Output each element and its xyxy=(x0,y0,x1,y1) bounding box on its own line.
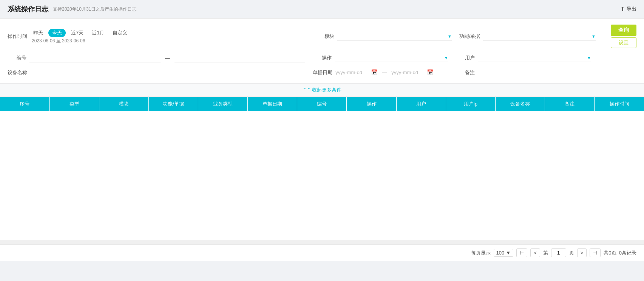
table-col-用户: 用户 xyxy=(396,97,446,111)
query-button[interactable]: 查询 xyxy=(611,25,636,36)
table-head: 序号类型模块功能/单据业务类型单据日期编号操作用户用户ip设备名称备注操作时间 xyxy=(0,97,644,111)
remark-filter: 备注 xyxy=(456,68,591,77)
scrollbar-area[interactable] xyxy=(0,240,644,244)
table-header-row: 序号类型模块功能/单据业务类型单据日期编号操作用户用户ip设备名称备注操作时间 xyxy=(0,97,644,111)
time-btn-today[interactable]: 今天 xyxy=(48,29,66,37)
table-col-功能/单据: 功能/单据 xyxy=(148,97,198,111)
time-filter: 操作时间 昨天 今天 近7天 近1月 自定义 2023-06-06 至 2023… xyxy=(8,29,308,44)
date-from-wrapper: 📅 xyxy=(335,68,377,77)
user-label: 用户 xyxy=(456,54,475,61)
time-options-wrap: 昨天 今天 近7天 近1月 自定义 2023-06-06 至 2023-06-0… xyxy=(30,29,130,44)
date-to-input[interactable] xyxy=(391,70,425,75)
total-label: 共0页, 0条记录 xyxy=(604,250,636,256)
operation-label: 操作 xyxy=(313,54,332,61)
module-select[interactable]: ▼ xyxy=(337,33,452,40)
serial-input-end[interactable] xyxy=(175,53,306,62)
remark-input[interactable] xyxy=(478,68,591,77)
calendar-icon-1[interactable]: 📅 xyxy=(371,69,377,75)
device-input[interactable] xyxy=(30,68,162,77)
table-col-操作时间: 操作时间 xyxy=(595,97,644,111)
prev-page-btn[interactable]: < xyxy=(530,248,540,257)
device-filter: 设备名称 xyxy=(8,68,305,77)
user-filter: 用户 ▼ xyxy=(456,54,591,62)
date-from-input[interactable] xyxy=(335,70,369,75)
table-col-编号: 编号 xyxy=(297,97,347,111)
chevron-down-icon-2: ▼ xyxy=(591,34,596,39)
date-dash: — xyxy=(380,70,388,75)
serial-input-start[interactable] xyxy=(29,53,161,62)
module-label: 模块 xyxy=(315,33,334,40)
time-range: 2023-06-06 至 2023-06-06 xyxy=(32,38,130,44)
time-btn-1month[interactable]: 近1月 xyxy=(89,29,107,37)
action-buttons: 查询 设置 xyxy=(611,25,636,48)
table-col-序号: 序号 xyxy=(0,97,49,111)
time-label: 操作时间 xyxy=(8,33,27,40)
filter-row-1: 操作时间 昨天 今天 近7天 近1月 自定义 2023-06-06 至 2023… xyxy=(8,25,636,48)
per-page-value: 100 xyxy=(496,250,505,256)
calendar-icon-2[interactable]: 📅 xyxy=(427,69,433,75)
collapse-bar[interactable]: ⌃⌃ 收起更多条件 xyxy=(0,84,644,97)
time-btn-yesterday[interactable]: 昨天 xyxy=(30,29,46,37)
chevron-down-icon: ▼ xyxy=(448,34,452,39)
time-options: 昨天 今天 近7天 近1月 自定义 xyxy=(30,29,130,37)
data-table: 序号类型模块功能/单据业务类型单据日期编号操作用户用户ip设备名称备注操作时间 xyxy=(0,97,644,111)
serial-filter: 编号 — xyxy=(8,53,305,62)
table-col-业务类型: 业务类型 xyxy=(198,97,248,111)
serial-dash: — xyxy=(164,55,171,61)
table-col-用户ip: 用户ip xyxy=(446,97,495,111)
operation-select[interactable]: ▼ xyxy=(335,54,448,62)
table-col-操作: 操作 xyxy=(347,97,396,111)
serial-label: 编号 xyxy=(8,54,26,61)
export-icon: ⬆ xyxy=(620,6,625,12)
chevron-down-icon-3: ▼ xyxy=(444,56,448,60)
next-page-btn[interactable]: > xyxy=(577,248,587,257)
scrollbar-inner xyxy=(0,240,644,240)
function-label: 功能/单据 xyxy=(459,33,480,40)
export-button[interactable]: ⬆ 导出 xyxy=(620,6,636,12)
last-page-btn[interactable]: ⊣ xyxy=(590,248,601,257)
export-label: 导出 xyxy=(627,6,636,12)
table-col-模块: 模块 xyxy=(99,97,148,111)
time-btn-7days[interactable]: 近7天 xyxy=(68,29,86,37)
empty-area xyxy=(0,111,644,240)
time-btn-custom[interactable]: 自定义 xyxy=(110,29,130,37)
voucher-date-filter: 单据日期 📅 — 📅 xyxy=(313,68,448,77)
remark-label: 备注 xyxy=(456,69,475,76)
table-area: 序号类型模块功能/单据业务类型单据日期编号操作用户用户ip设备名称备注操作时间 xyxy=(0,97,644,240)
filter-row-2: 编号 — 操作 ▼ 用户 ▼ xyxy=(8,53,636,62)
table-col-类型: 类型 xyxy=(49,97,99,111)
filter-row-3: 设备名称 单据日期 📅 — 📅 备注 xyxy=(8,68,636,77)
voucher-date-label: 单据日期 xyxy=(313,69,332,76)
operation-filter: 操作 ▼ xyxy=(313,54,448,62)
pagination-bar: 每页显示 100 ▼ ⊢ < 第 页 > ⊣ 共0页, 0条记录 xyxy=(0,244,644,261)
user-select[interactable]: ▼ xyxy=(478,54,591,62)
settings-button[interactable]: 设置 xyxy=(611,37,636,48)
page-subtitle: 支持2020年10月31日之后产生的操作日志 xyxy=(53,6,136,12)
page-title: 系统操作日志 xyxy=(8,5,48,14)
collapse-label: 收起更多条件 xyxy=(312,87,341,93)
table-col-单据日期: 单据日期 xyxy=(248,97,297,111)
page-header: 系统操作日志 支持2020年10月31日之后产生的操作日志 ⬆ 导出 xyxy=(0,0,644,19)
page-input[interactable] xyxy=(551,248,566,257)
per-page-label: 每页显示 xyxy=(471,250,491,256)
per-page-chevron: ▼ xyxy=(506,250,511,256)
filter-area: 操作时间 昨天 今天 近7天 近1月 自定义 2023-06-06 至 2023… xyxy=(0,19,644,84)
first-page-btn[interactable]: ⊢ xyxy=(516,248,527,257)
page-size-select[interactable]: 100 ▼ xyxy=(494,249,514,257)
page-unit: 页 xyxy=(569,250,574,256)
collapse-icon: ⌃⌃ xyxy=(303,87,311,93)
table-col-备注: 备注 xyxy=(545,97,595,111)
table-col-设备名称: 设备名称 xyxy=(495,97,545,111)
function-filter: 功能/单据 ▼ xyxy=(459,33,596,40)
function-select[interactable]: ▼ xyxy=(483,33,596,40)
module-filter: 模块 ▼ xyxy=(315,33,452,40)
header-left: 系统操作日志 支持2020年10月31日之后产生的操作日志 xyxy=(8,5,136,14)
date-to-wrapper: 📅 xyxy=(391,68,433,77)
chevron-down-icon-4: ▼ xyxy=(587,56,591,60)
page-label: 第 xyxy=(543,250,548,256)
device-label: 设备名称 xyxy=(8,69,27,76)
